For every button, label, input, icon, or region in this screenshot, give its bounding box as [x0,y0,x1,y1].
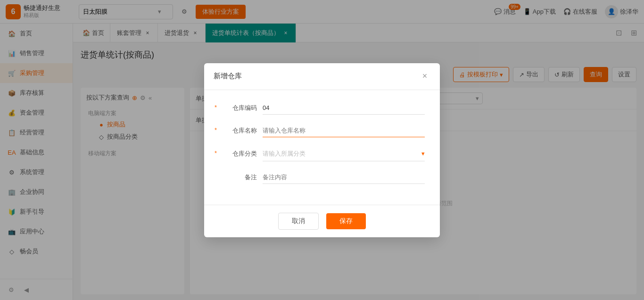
code-input[interactable] [263,101,425,115]
code-label: 仓库编码 [219,104,257,112]
cancel-button[interactable]: 取消 [278,213,319,230]
category-select[interactable]: 请输入所属分类 ▾ [263,147,425,161]
modal-body: 仓库编码 仓库名称 仓库分类 请输入所属分类 ▾ 备注 [204,90,440,205]
form-row-name: 仓库名称 [219,124,425,137]
modal-overlay[interactable]: 新增仓库 × 仓库编码 仓库名称 仓库分类 请输入所属分类 ▾ [0,0,644,300]
save-button[interactable]: 保存 [326,213,366,229]
form-row-note: 备注 [219,171,425,184]
note-input[interactable] [263,171,425,184]
category-dropdown-icon: ▾ [421,150,425,157]
modal-header: 新增仓库 × [204,63,440,90]
modal-close-btn[interactable]: × [419,71,430,82]
modal-footer: 取消 保存 [204,205,440,237]
form-row-code: 仓库编码 [219,101,425,115]
name-label: 仓库名称 [219,126,257,135]
category-placeholder: 请输入所属分类 [263,150,305,158]
note-label: 备注 [219,173,257,182]
category-label: 仓库分类 [219,150,257,158]
new-warehouse-modal: 新增仓库 × 仓库编码 仓库名称 仓库分类 请输入所属分类 ▾ [204,63,440,237]
name-input[interactable] [263,124,425,137]
modal-title: 新增仓库 [214,72,242,81]
form-row-category: 仓库分类 请输入所属分类 ▾ [219,147,425,161]
